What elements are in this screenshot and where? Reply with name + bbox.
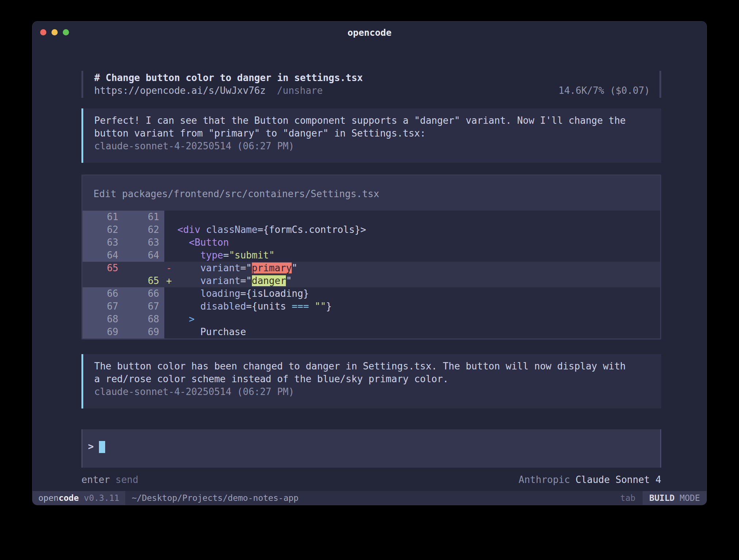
diff-marker bbox=[164, 249, 177, 262]
code-line: disabled={units === ""} bbox=[177, 300, 332, 313]
line-number-new: 68 bbox=[123, 313, 164, 326]
provider-label: Anthropic bbox=[518, 474, 570, 485]
unshare-command[interactable]: /unshare bbox=[277, 84, 323, 97]
diff-row-context: 6666 loading={isLoading} bbox=[83, 287, 660, 300]
build-mode-toggle[interactable]: BUILDMODE bbox=[643, 491, 707, 505]
diff-marker: - bbox=[164, 262, 177, 275]
line-number-new: 61 bbox=[123, 211, 164, 223]
diff-marker bbox=[164, 223, 177, 236]
code-line: > bbox=[177, 313, 195, 326]
line-number-old: 64 bbox=[83, 249, 123, 262]
model-timestamp: claude-sonnet-4-20250514 (06:27 PM) bbox=[94, 140, 652, 153]
edit-tool-title: Edit packages/frontend/src/containers/Se… bbox=[83, 176, 660, 211]
line-number-new: 64 bbox=[123, 249, 164, 262]
assistant-message: The button color has been changed to dan… bbox=[81, 354, 661, 409]
line-number-new: 65 bbox=[123, 275, 164, 287]
close-button[interactable] bbox=[40, 29, 46, 35]
diff-row-removed: 65- variant="primary" bbox=[83, 262, 660, 275]
assistant-message: Perfect! I can see that the Button compo… bbox=[81, 108, 661, 163]
text-cursor bbox=[99, 441, 105, 453]
app-version: v0.3.11 bbox=[84, 493, 119, 503]
message-text-line: a red/rose color scheme instead of the b… bbox=[94, 373, 652, 386]
mode-word: MODE bbox=[680, 493, 700, 503]
code-line: <Button bbox=[177, 236, 229, 249]
minimize-button[interactable] bbox=[51, 29, 58, 35]
code-line: variant="primary" bbox=[177, 262, 298, 275]
code-line: <div className={formCs.controls}> bbox=[177, 223, 366, 236]
model-label[interactable]: Claude Sonnet 4 bbox=[575, 474, 661, 485]
diff-row-context: 6262<div className={formCs.controls}> bbox=[83, 223, 660, 236]
diff-marker bbox=[164, 236, 177, 249]
send-action-hint: send bbox=[115, 474, 138, 485]
diff-row-context: 6969 Purchase bbox=[83, 326, 660, 338]
line-number-new: 67 bbox=[123, 300, 164, 313]
line-number-old: 66 bbox=[83, 287, 123, 300]
diff-marker bbox=[164, 300, 177, 313]
code-line: Purchase bbox=[177, 326, 246, 338]
diff-view: 61616262<div className={formCs.controls}… bbox=[83, 211, 660, 338]
code-line: type="submit" bbox=[177, 249, 275, 262]
status-bar: opencodev0.3.11 ~/Desktop/Projects/demo-… bbox=[32, 491, 707, 505]
app-version-badge: opencodev0.3.11 bbox=[32, 491, 125, 505]
edit-tool-card: Edit packages/frontend/src/containers/Se… bbox=[81, 174, 661, 340]
line-number-new: 66 bbox=[123, 287, 164, 300]
line-number-new: 69 bbox=[123, 326, 164, 338]
message-text-line: Perfect! I can see that the Button compo… bbox=[94, 114, 652, 127]
code-line: variant="danger" bbox=[177, 275, 292, 287]
hints-row: entersend AnthropicClaude Sonnet 4 bbox=[81, 473, 661, 486]
diff-marker bbox=[164, 326, 177, 338]
diff-marker bbox=[164, 287, 177, 300]
prompt-input[interactable]: > bbox=[81, 429, 661, 468]
app-window: opencode # Change button color to danger… bbox=[32, 21, 707, 505]
message-text-line: The button color has been changed to dan… bbox=[94, 360, 652, 373]
line-number-new bbox=[123, 262, 164, 275]
traffic-lights bbox=[40, 29, 69, 35]
diff-row-context: 6868 > bbox=[83, 313, 660, 326]
line-number-old: 63 bbox=[83, 236, 123, 249]
prompt-symbol: > bbox=[88, 441, 94, 452]
context-usage-stats: 14.6K/7% ($0.07) bbox=[559, 84, 650, 97]
model-timestamp: claude-sonnet-4-20250514 (06:27 PM) bbox=[94, 386, 652, 398]
diff-row-context: 6363 <Button bbox=[83, 236, 660, 249]
line-number-new: 62 bbox=[123, 223, 164, 236]
app-name-open: open bbox=[38, 493, 58, 503]
line-number-old: 65 bbox=[83, 262, 123, 275]
mode-name: BUILD bbox=[649, 493, 674, 503]
line-number-old: 69 bbox=[83, 326, 123, 338]
tab-key-hint: tab bbox=[620, 491, 643, 505]
diff-marker: + bbox=[164, 275, 177, 287]
line-number-new: 63 bbox=[123, 236, 164, 249]
session-title: # Change button color to danger in setti… bbox=[94, 72, 650, 84]
session-header: # Change button color to danger in setti… bbox=[81, 71, 661, 98]
diff-row-context: 6767 disabled={units === ""} bbox=[83, 300, 660, 313]
diff-row-context: 6464 type="submit" bbox=[83, 249, 660, 262]
line-number-old: 67 bbox=[83, 300, 123, 313]
session-view: # Change button color to danger in setti… bbox=[32, 44, 707, 491]
working-directory: ~/Desktop/Projects/demo-notes-app bbox=[125, 491, 620, 505]
line-number-old: 62 bbox=[83, 223, 123, 236]
code-line: loading={isLoading} bbox=[177, 287, 309, 300]
titlebar: opencode bbox=[32, 22, 707, 44]
enter-key-hint: enter bbox=[81, 474, 110, 485]
diff-marker bbox=[164, 211, 177, 223]
diff-row-added: 65+ variant="danger" bbox=[83, 275, 660, 287]
window-title: opencode bbox=[32, 22, 707, 38]
message-text-line: button variant from "primary" to "danger… bbox=[94, 127, 652, 140]
line-number-old bbox=[83, 275, 123, 287]
diff-row-context: 6161 bbox=[83, 211, 660, 223]
maximize-button[interactable] bbox=[63, 29, 69, 35]
diff-marker bbox=[164, 313, 177, 326]
app-name-code: code bbox=[58, 493, 79, 503]
share-url-link[interactable]: https://opencode.ai/s/UwJxv76z bbox=[94, 84, 266, 97]
line-number-old: 61 bbox=[83, 211, 123, 223]
line-number-old: 68 bbox=[83, 313, 123, 326]
